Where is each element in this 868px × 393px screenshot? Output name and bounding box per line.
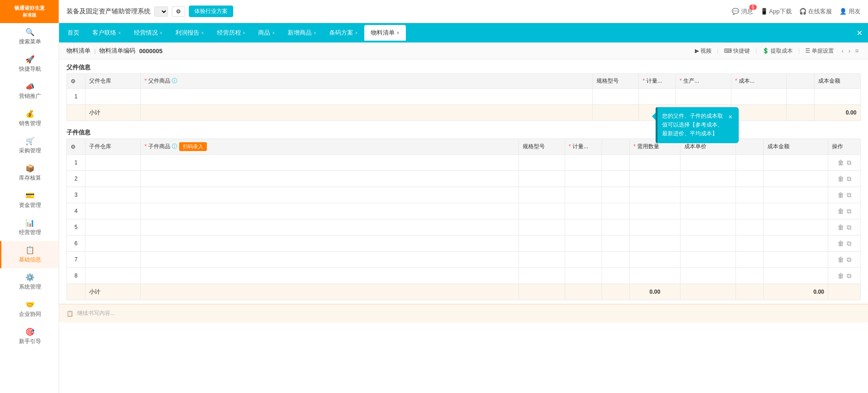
child-unit-4[interactable] (565, 203, 602, 219)
copy-icon-1[interactable]: ⧉ (847, 159, 851, 167)
child-qty-6[interactable] (630, 236, 681, 252)
cost-btn[interactable]: 💲 提取成本 (762, 47, 793, 55)
child-unit-1[interactable] (565, 155, 602, 171)
tab-customer[interactable]: 客户联络 × (86, 25, 127, 41)
sidebar-item-basic[interactable]: 📋 基础信息 (0, 241, 59, 268)
child-warehouse-3[interactable] (85, 187, 141, 203)
tab-product-close[interactable]: × (272, 30, 275, 36)
parent-production-cell[interactable] (676, 89, 731, 105)
tab-history-close[interactable]: × (243, 30, 246, 36)
child-unit-7[interactable] (565, 252, 602, 268)
child-qty-1[interactable] (630, 155, 681, 171)
sidebar-item-finance[interactable]: 💳 资金管理 (0, 187, 59, 214)
copy-icon-3[interactable]: ⧉ (847, 191, 851, 199)
child-warehouse-2[interactable] (85, 171, 141, 187)
child-product-4[interactable] (141, 203, 519, 219)
child-unit-8[interactable] (565, 268, 602, 284)
tab-profit[interactable]: 利润报告 × (169, 25, 211, 41)
tab-barcode[interactable]: 条码方案 × (323, 25, 364, 41)
tab-operations-close[interactable]: × (160, 30, 163, 36)
child-spec-2[interactable] (519, 171, 565, 187)
copy-icon-4[interactable]: ⧉ (847, 207, 851, 215)
delete-icon-8[interactable]: 🗑 (838, 272, 844, 280)
app-download[interactable]: 📱 App下载 (760, 7, 792, 16)
delete-icon-5[interactable]: 🗑 (838, 224, 844, 231)
child-unit-cost-6[interactable] (681, 236, 736, 252)
system-selector[interactable] (154, 6, 168, 17)
delete-icon-1[interactable]: 🗑 (838, 159, 844, 167)
delete-icon-7[interactable]: 🗑 (838, 256, 844, 264)
sidebar-item-quicknav[interactable]: 🚀 快捷导航 (0, 50, 59, 78)
child-product-3[interactable] (141, 187, 519, 203)
child-product-1[interactable] (141, 155, 519, 171)
tab-history[interactable]: 经营历程 × (211, 25, 252, 41)
parent-spec-cell[interactable] (593, 89, 639, 105)
message-badge[interactable]: 💬 消息 6 (732, 7, 753, 16)
child-unit-2[interactable] (565, 171, 602, 187)
copy-icon-6[interactable]: ⧉ (847, 240, 851, 248)
copy-icon-2[interactable]: ⧉ (847, 175, 851, 183)
tab-bom[interactable]: 物料清单 × (364, 25, 406, 41)
list-view-btn[interactable]: ≡ (853, 46, 861, 55)
copy-icon-5[interactable]: ⧉ (847, 224, 851, 231)
tab-new-product-close[interactable]: × (313, 30, 316, 36)
child-unit-cost-1[interactable] (681, 155, 736, 171)
tab-home[interactable]: 首页 (61, 25, 86, 41)
child-qty-4[interactable] (630, 203, 681, 219)
child-unit-cost-4[interactable] (681, 203, 736, 219)
child-qty-7[interactable] (630, 252, 681, 268)
child-warehouse-5[interactable] (85, 219, 141, 236)
tab-profit-close[interactable]: × (201, 30, 204, 36)
child-unit-cost-5[interactable] (681, 219, 736, 236)
sidebar-item-operations[interactable]: 📊 经营管理 (0, 214, 59, 241)
tab-customer-close[interactable]: × (118, 30, 121, 36)
sidebar-item-inventory[interactable]: 📦 库存核算 (0, 159, 59, 187)
shortcut-btn[interactable]: ⌨ 快捷键 (724, 47, 750, 55)
tab-new-product[interactable]: 新增商品 × (281, 25, 323, 41)
parent-unit-cell[interactable] (639, 89, 676, 105)
child-spec-7[interactable] (519, 252, 565, 268)
child-warehouse-1[interactable] (85, 155, 141, 171)
child-spec-4[interactable] (519, 203, 565, 219)
child-warehouse-6[interactable] (85, 236, 141, 252)
child-product-7[interactable] (141, 252, 519, 268)
sidebar-item-sales[interactable]: 💰 销售管理 (0, 105, 59, 132)
online-service[interactable]: 🎧 在线客服 (799, 7, 832, 16)
child-unit-cost-8[interactable] (681, 268, 736, 284)
sidebar-item-guide[interactable]: 🎯 新手引导 (0, 323, 59, 350)
tooltip-close-btn[interactable]: × (729, 112, 732, 122)
sidebar-item-enterprise[interactable]: 🤝 企业协同 (0, 296, 59, 323)
child-warehouse-4[interactable] (85, 203, 141, 219)
child-unit-5[interactable] (565, 219, 602, 236)
child-unit-3[interactable] (565, 187, 602, 203)
child-unit-cost-3[interactable] (681, 187, 736, 203)
parent-cost-cell[interactable] (731, 89, 787, 105)
tab-product[interactable]: 商品 × (252, 25, 281, 41)
child-spec-8[interactable] (519, 268, 565, 284)
child-unit-cost-2[interactable] (681, 171, 736, 187)
parent-warehouse-cell[interactable] (85, 89, 141, 105)
child-spec-3[interactable] (519, 187, 565, 203)
delete-icon-3[interactable]: 🗑 (838, 191, 844, 199)
trial-btn[interactable]: 体验行业方案 (189, 6, 233, 17)
copy-icon-7[interactable]: ⧉ (847, 256, 851, 264)
close-all-tabs[interactable]: ✕ (853, 27, 866, 39)
delete-icon-2[interactable]: 🗑 (838, 175, 844, 183)
child-qty-8[interactable] (630, 268, 681, 284)
delete-icon-4[interactable]: 🗑 (838, 207, 844, 215)
prev-btn[interactable]: ‹ (839, 46, 845, 55)
delete-icon-6[interactable]: 🗑 (838, 240, 844, 248)
child-unit-6[interactable] (565, 236, 602, 252)
child-qty-2[interactable] (630, 171, 681, 187)
tab-operations[interactable]: 经营情况 × (127, 25, 169, 41)
child-spec-6[interactable] (519, 236, 565, 252)
sidebar-item-purchase[interactable]: 🛒 采购管理 (0, 132, 59, 159)
next-btn[interactable]: › (846, 46, 852, 55)
child-warehouse-8[interactable] (85, 268, 141, 284)
parent-product-cell[interactable] (141, 89, 593, 105)
video-btn[interactable]: ▶ 视频 (695, 47, 711, 55)
tab-barcode-close[interactable]: × (355, 30, 358, 36)
user-menu[interactable]: 👤 用友 (839, 7, 861, 16)
child-product-2[interactable] (141, 171, 519, 187)
child-qty-5[interactable] (630, 219, 681, 236)
